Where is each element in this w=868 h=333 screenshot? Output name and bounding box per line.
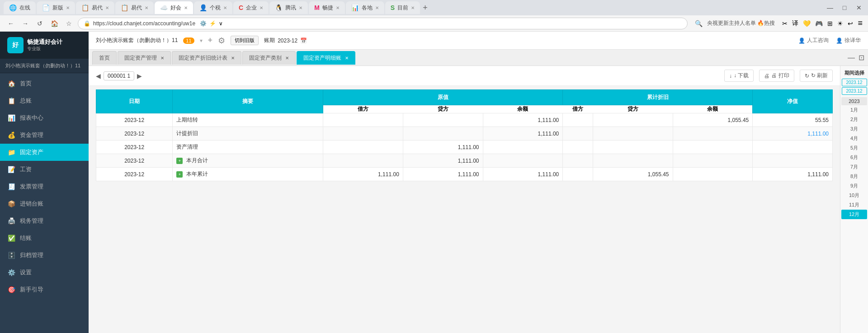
period-month-9[interactable]: 9月 [841,181,867,191]
back-button[interactable]: ← [5,18,16,29]
browser-tab-yidai2[interactable]: 📋 易代 ✕ [115,1,154,14]
add-account-button[interactable]: + [208,36,213,45]
tab-fixed-assets-mgmt[interactable]: 固定资产管理 ✕ [118,51,171,65]
row-net-value: 1,111.00 [753,168,833,181]
forward-button[interactable]: → [20,18,31,29]
browser-tab-haohui[interactable]: ☁️ 好会 ✕ [155,1,193,14]
wallet-icon[interactable]: 💛 [803,20,811,27]
refresh-button[interactable]: ↻ ↻ 刷新 [800,70,833,82]
user-profile-button[interactable]: 👤 徐译华 [836,37,861,44]
sidebar-user-info: 刘小艳演示账套（勿删勿动！）11 [0,59,89,73]
tab-close-icon[interactable]: ✕ [145,5,148,10]
tab-close-icon[interactable]: ✕ [411,5,415,10]
tab-icon-changjie: M [314,4,320,11]
tab-close-fixed-assets-mgmt[interactable]: ✕ [160,56,164,61]
calendar-icon[interactable]: 📅 [300,38,307,44]
period-month-7[interactable]: 7月 [841,162,867,172]
tab-close-icon[interactable]: ✕ [105,5,109,10]
tab-depreciation-stats[interactable]: 固定资产折旧统计表 ✕ [172,51,241,65]
app-logo: 好 畅捷通好会计 专业版 [0,32,89,59]
browser-tab-geshui[interactable]: 👤 个税 ✕ [194,1,232,14]
row-credit-1 [403,127,483,141]
browser-tab-tengxun[interactable]: 🐧 腾讯 ✕ [269,1,308,14]
tab-close-icon[interactable]: ✕ [299,5,302,10]
support-button[interactable]: 👤 人工咨询 [798,37,829,44]
period-year-2023[interactable]: 2023 [841,97,867,105]
browser-tab-new[interactable]: 📄 新版 ✕ [37,1,75,14]
new-tab-button[interactable]: + [421,3,429,13]
brightness-icon[interactable]: ☀ [837,20,843,27]
undo-icon[interactable]: ↩ [848,20,853,27]
tab-close-icon[interactable]: ✕ [375,5,379,10]
browser-tab-qiye[interactable]: C 企业 ✕ [233,1,269,14]
period-month-3[interactable]: 3月 [841,124,867,134]
browser-tab-muqian[interactable]: S 目前 ✕ [385,1,420,14]
reload-button[interactable]: ↺ [34,18,45,29]
browser-tab-online[interactable]: 🌐 在线 [4,1,36,14]
sidebar-item-purchase-sales[interactable]: 📦 进销台账 [0,195,89,212]
download-icon: ↓ [729,73,732,79]
print-button[interactable]: 🖨 🖨 打印 [759,70,794,82]
grid-icon[interactable]: ⊞ [827,20,833,27]
window-close-button[interactable]: ✕ [854,2,864,13]
col-header-credit-2: 贷方 [593,105,673,113]
col-header-date: 日期 [96,90,173,113]
period-month-10[interactable]: 10月 [841,191,867,200]
settings-button[interactable]: ⚙ [218,36,225,46]
period-month-5[interactable]: 5月 [841,143,867,153]
download-button[interactable]: ↓ ↓ 下载 [724,70,754,82]
browser-tab-gedi[interactable]: 📊 各地 ✕ [346,1,384,14]
translate-icon[interactable]: 译 [792,19,798,28]
sidebar-item-closing[interactable]: ✅ 结账 [0,230,89,247]
sidebar-item-funds[interactable]: 💰 资金管理 [0,127,89,144]
browser-tab-yidai1[interactable]: 📋 易代 ✕ [76,1,114,14]
tab-close-icon-active[interactable]: ✕ [184,5,188,10]
gamepad-icon[interactable]: 🎮 [815,20,823,27]
tab-asset-category[interactable]: 固定资产类别 ✕ [242,51,296,65]
scissors-icon[interactable]: ✂ [782,20,788,27]
sidebar-item-invoice[interactable]: 🧾 发票管理 [0,178,89,195]
sidebar-item-guide[interactable]: 🎯 新手引导 [0,281,89,298]
sidebar-item-fixed-assets[interactable]: 📁 固定资产 [0,144,89,161]
bookmark-button[interactable]: ☆ [63,18,74,29]
period-month-6[interactable]: 6月 [841,153,867,162]
period-month-4[interactable]: 4月 [841,134,867,143]
tab-home[interactable]: 首页 [92,51,117,65]
sidebar-item-payroll[interactable]: 📝 工资 [0,161,89,178]
row-date: 2023-12 [96,154,173,168]
home-button[interactable]: 🏠 [49,18,60,29]
tab-close-icon[interactable]: ✕ [259,5,263,10]
period-month-8[interactable]: 8月 [841,172,867,181]
sidebar-item-general-ledger[interactable]: 📋 总账 [0,92,89,109]
tab-close-icon[interactable]: ✕ [223,5,227,10]
tab-asset-ledger[interactable]: 固定资产明细账 ✕ [297,51,355,65]
window-minimize-button[interactable]: — [825,2,835,13]
sidebar-item-settings[interactable]: ⚙️ 设置 [0,264,89,281]
next-page-button[interactable]: ▶ [137,72,142,80]
browser-tab-changjie[interactable]: M 畅捷 ✕ [309,1,345,14]
tab-minimize-button[interactable]: — [848,53,855,62]
search-text[interactable]: 央视更新主持人名单 🔥热搜 [707,19,775,27]
tab-close-depreciation-stats[interactable]: ✕ [231,56,235,61]
address-dropdown-icon[interactable]: ∨ [219,20,223,27]
row-credit-2 [593,127,673,141]
prev-page-button[interactable]: ◀ [96,72,101,80]
sidebar-item-archive[interactable]: 🗄️ 归档管理 [0,247,89,264]
menu-icon[interactable]: ≡ [858,19,863,28]
period-month-11[interactable]: 11月 [841,200,867,210]
window-maximize-button[interactable]: □ [839,2,850,13]
sidebar-item-label: 设置 [20,268,32,277]
tab-close-icon[interactable]: ✕ [336,5,340,10]
tab-expand-button[interactable]: ⊡ [859,53,864,62]
period-month-12[interactable]: 12月 [841,210,867,219]
sidebar-item-tax[interactable]: 🖨️ 税务管理 [0,212,89,230]
period-month-2[interactable]: 2月 [841,115,867,124]
sidebar-item-home[interactable]: 🏠 首页 [0,75,89,92]
period-month-1[interactable]: 1月 [841,105,867,115]
tab-close-icon[interactable]: ✕ [66,5,70,10]
address-bar[interactable]: 🔒 https://cloud.chanjet.com/accounting/u… [78,18,688,29]
switch-version-button[interactable]: 切到旧版 [231,36,259,45]
tab-close-asset-ledger[interactable]: ✕ [345,56,349,61]
sidebar-item-reports[interactable]: 📊 报表中心 [0,109,89,127]
tab-close-asset-category[interactable]: ✕ [285,56,289,61]
